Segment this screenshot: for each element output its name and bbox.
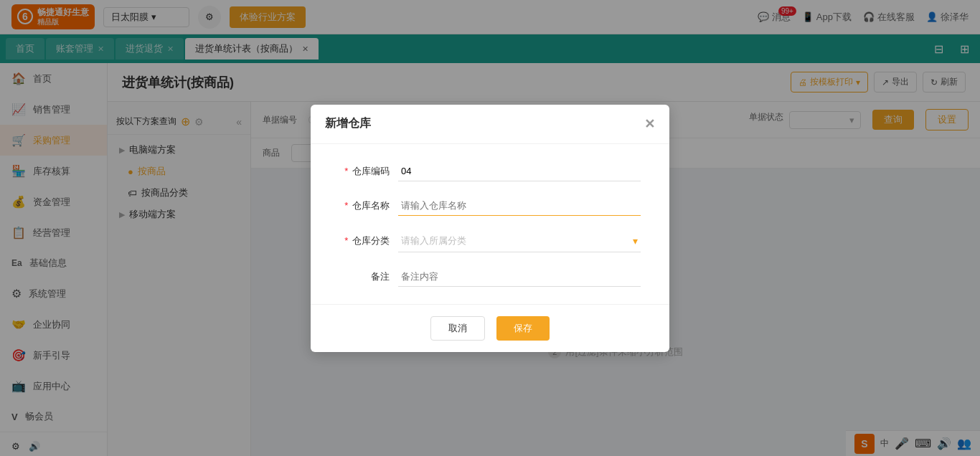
- warehouse-code-input[interactable]: [398, 161, 641, 181]
- form-row-code: * 仓库编码: [339, 161, 641, 181]
- dialog-footer: 取消 保存: [311, 304, 669, 352]
- dialog-body: * 仓库编码 * 仓库名称 * 仓库分类 请输入所属: [311, 144, 669, 304]
- category-arrow-icon: ▾: [633, 235, 638, 247]
- required-mark-code: *: [344, 166, 348, 176]
- cancel-button[interactable]: 取消: [430, 316, 485, 341]
- new-warehouse-dialog: 新增仓库 ✕ * 仓库编码 * 仓库名称: [311, 105, 669, 352]
- warehouse-note-input[interactable]: [398, 267, 641, 287]
- category-placeholder: 请输入所属分类: [401, 234, 466, 247]
- warehouse-name-input[interactable]: [398, 196, 641, 216]
- note-label-text: 备注: [371, 271, 390, 282]
- form-row-note: 备注: [339, 267, 641, 287]
- form-row-category: * 仓库分类 请输入所属分类 ▾: [339, 230, 641, 252]
- dialog-close-btn[interactable]: ✕: [644, 116, 655, 132]
- category-label: * 仓库分类: [339, 234, 390, 247]
- dialog-title: 新增仓库: [325, 116, 371, 131]
- note-label: 备注: [339, 270, 390, 283]
- code-label-text: 仓库编码: [352, 166, 390, 176]
- code-label: * 仓库编码: [339, 165, 390, 178]
- warehouse-category-select[interactable]: 请输入所属分类 ▾: [398, 230, 641, 252]
- dialog-header: 新增仓库 ✕: [311, 105, 669, 144]
- save-button[interactable]: 保存: [496, 316, 550, 341]
- required-mark-category: *: [344, 235, 348, 246]
- dialog-overlay: 新增仓库 ✕ * 仓库编码 * 仓库名称: [0, 0, 980, 456]
- name-label-text: 仓库名称: [352, 200, 390, 211]
- name-label: * 仓库名称: [339, 199, 390, 212]
- form-row-name: * 仓库名称: [339, 196, 641, 216]
- category-label-text: 仓库分类: [352, 235, 390, 246]
- required-mark-name: *: [344, 200, 348, 211]
